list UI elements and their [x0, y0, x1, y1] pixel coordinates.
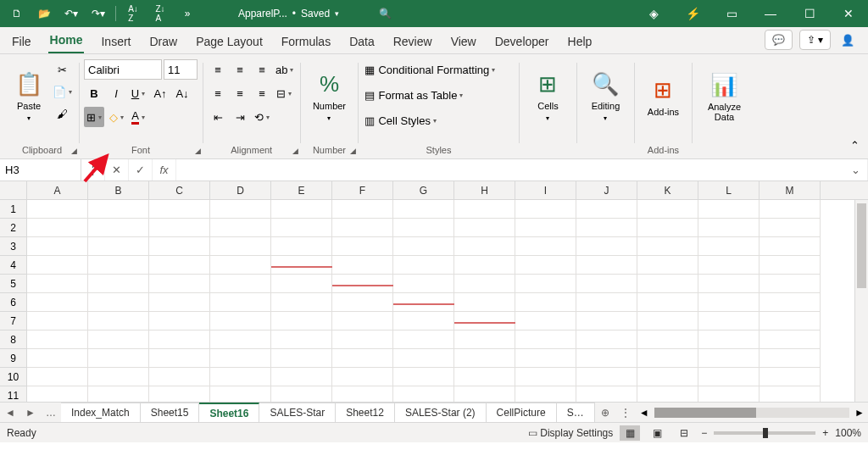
- tab-draw[interactable]: Draw: [147, 30, 179, 53]
- merge-cells-icon[interactable]: ⊟: [274, 83, 294, 103]
- cell[interactable]: [515, 275, 576, 293]
- align-top-icon[interactable]: ≡: [208, 59, 228, 80]
- sheet-more-icon[interactable]: …: [41, 403, 61, 422]
- row-header[interactable]: 11: [0, 386, 27, 402]
- cell[interactable]: [88, 219, 149, 237]
- cell[interactable]: [149, 312, 210, 330]
- col-header[interactable]: K: [637, 181, 698, 199]
- sheet-tab[interactable]: Sheet15: [141, 403, 200, 422]
- cell[interactable]: [210, 368, 271, 386]
- cell[interactable]: [210, 386, 271, 402]
- col-header[interactable]: B: [88, 181, 149, 199]
- vertical-scrollbar[interactable]: [854, 200, 868, 402]
- cell[interactable]: [637, 330, 698, 349]
- cell[interactable]: [149, 256, 210, 275]
- user-icon[interactable]: 👤: [837, 30, 858, 50]
- cell[interactable]: [149, 349, 210, 368]
- cell[interactable]: [698, 200, 760, 219]
- cell[interactable]: [576, 237, 637, 256]
- cell[interactable]: [149, 275, 210, 293]
- cell[interactable]: [27, 293, 88, 312]
- sheet-tab[interactable]: Sheet12: [336, 403, 395, 422]
- wrap-text-icon[interactable]: ab: [274, 59, 295, 80]
- cell[interactable]: [332, 237, 393, 256]
- cell[interactable]: [149, 330, 210, 349]
- cell[interactable]: [576, 386, 637, 402]
- cell[interactable]: [515, 330, 576, 349]
- analyze-data-button[interactable]: 📊 Analyze Data: [697, 59, 751, 134]
- cell[interactable]: [515, 237, 576, 256]
- cell[interactable]: [271, 200, 332, 219]
- cell[interactable]: [760, 256, 821, 275]
- tab-file[interactable]: File: [10, 30, 33, 53]
- cell[interactable]: [27, 275, 88, 293]
- cell[interactable]: [210, 293, 271, 312]
- cell[interactable]: [210, 330, 271, 349]
- cell[interactable]: [515, 293, 576, 312]
- cell[interactable]: [698, 293, 760, 312]
- fill-color-button[interactable]: ◇: [106, 107, 126, 127]
- cell[interactable]: [637, 237, 698, 256]
- font-size-combo[interactable]: [164, 59, 198, 80]
- font-launcher-icon[interactable]: ◢: [195, 147, 201, 155]
- cell[interactable]: [454, 368, 515, 386]
- cell[interactable]: [210, 200, 271, 219]
- italic-button[interactable]: I: [106, 83, 126, 103]
- cell[interactable]: [210, 275, 271, 293]
- row-header[interactable]: 5: [0, 275, 27, 293]
- speed-icon[interactable]: ⚡: [673, 0, 712, 27]
- new-sheet-icon[interactable]: ⊕: [595, 403, 615, 422]
- sheet-next-icon[interactable]: ►: [20, 403, 41, 422]
- cell[interactable]: [515, 349, 576, 368]
- col-header[interactable]: H: [454, 181, 515, 199]
- cell[interactable]: [27, 312, 88, 330]
- cell[interactable]: [576, 219, 637, 237]
- sheet-prev-icon[interactable]: ◄: [0, 403, 20, 422]
- cell[interactable]: [27, 330, 88, 349]
- row-header[interactable]: 2: [0, 219, 27, 237]
- cell[interactable]: [271, 275, 332, 293]
- spreadsheet-grid[interactable]: A B C D E F G H I J K L M 1234567891011: [0, 181, 868, 402]
- cell[interactable]: [332, 256, 393, 275]
- addins-button[interactable]: ⊞ Add-ins: [639, 59, 687, 134]
- cell[interactable]: [576, 330, 637, 349]
- cell[interactable]: [149, 386, 210, 402]
- align-center-icon[interactable]: ≡: [230, 83, 250, 103]
- open-file-icon[interactable]: 📂: [32, 3, 56, 24]
- tab-page-layout[interactable]: Page Layout: [194, 30, 264, 53]
- cell[interactable]: [393, 219, 454, 237]
- col-header[interactable]: I: [515, 181, 576, 199]
- tab-view[interactable]: View: [449, 30, 478, 53]
- cell[interactable]: [454, 330, 515, 349]
- cell[interactable]: [149, 293, 210, 312]
- cell[interactable]: [760, 237, 821, 256]
- row-header[interactable]: 8: [0, 330, 27, 349]
- cell[interactable]: [393, 275, 454, 293]
- tab-formulas[interactable]: Formulas: [280, 30, 332, 53]
- cell[interactable]: [332, 368, 393, 386]
- cell[interactable]: [576, 275, 637, 293]
- cell[interactable]: [210, 312, 271, 330]
- search-icon[interactable]: 🔍: [373, 3, 397, 24]
- maximize-button[interactable]: ☐: [790, 0, 829, 27]
- cell[interactable]: [271, 368, 332, 386]
- font-color-button[interactable]: A: [128, 107, 148, 127]
- page-break-view-icon[interactable]: ⊟: [674, 425, 694, 441]
- close-button[interactable]: ✕: [829, 0, 868, 27]
- cell[interactable]: [271, 219, 332, 237]
- cell[interactable]: [637, 368, 698, 386]
- align-bottom-icon[interactable]: ≡: [252, 59, 272, 80]
- cell[interactable]: [393, 386, 454, 402]
- cell[interactable]: [698, 386, 760, 402]
- cell[interactable]: [27, 256, 88, 275]
- share-button[interactable]: ⇪ ▾: [799, 30, 831, 50]
- cell[interactable]: [27, 219, 88, 237]
- cell[interactable]: [88, 312, 149, 330]
- decrease-font-icon[interactable]: A↓: [172, 83, 192, 103]
- cell[interactable]: [88, 200, 149, 219]
- formula-input[interactable]: [176, 159, 844, 181]
- tab-home[interactable]: Home: [48, 28, 85, 53]
- align-right-icon[interactable]: ≡: [252, 83, 272, 103]
- tab-help[interactable]: Help: [566, 30, 594, 53]
- cell[interactable]: [576, 293, 637, 312]
